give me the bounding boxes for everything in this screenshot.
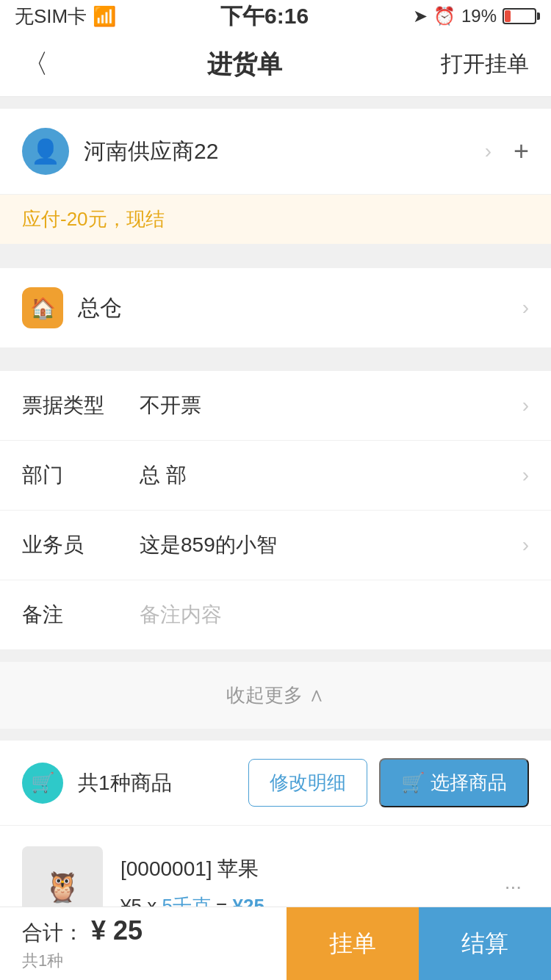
divider-3: [0, 729, 551, 741]
invoice-type-label: 票据类型: [22, 392, 140, 419]
status-left: 无SIM卡 📶: [15, 4, 116, 29]
divider-1: [0, 256, 551, 268]
remark-row[interactable]: 备注 备注内容: [0, 580, 551, 650]
remark-label: 备注: [22, 601, 140, 629]
product-count-label: 共1种商品: [78, 769, 248, 797]
select-product-button[interactable]: 🛒 选择商品: [379, 758, 529, 807]
department-row[interactable]: 部门 总 部 ›: [0, 441, 551, 511]
battery-fill: [505, 10, 511, 22]
collapse-row[interactable]: 收起更多 ∧: [0, 662, 551, 729]
warehouse-name: 总仓: [78, 293, 522, 323]
back-button[interactable]: 〈: [22, 46, 48, 82]
total-label: 合计：: [22, 919, 84, 947]
cart-icon: 🛒: [22, 763, 63, 804]
notice-bar: 应付-20元，现结: [0, 195, 551, 245]
remark-value: 备注内容: [140, 601, 529, 629]
status-bar: 无SIM卡 📶 下午6:16 ➤ ⏰ 19%: [0, 0, 551, 32]
product-header: 🛒 共1种商品 修改明细 🛒 选择商品: [0, 741, 551, 826]
invoice-type-value: 不开票: [140, 392, 522, 419]
product-more-button[interactable]: ···: [497, 868, 529, 906]
alarm-icon: ⏰: [433, 6, 455, 26]
salesperson-chevron-icon: ›: [522, 533, 529, 557]
add-supplier-button[interactable]: +: [514, 136, 529, 167]
warehouse-chevron-icon: ›: [522, 296, 529, 320]
select-product-label: 选择商品: [431, 770, 507, 796]
battery-percent: 19%: [461, 6, 497, 26]
invoice-type-row[interactable]: 票据类型 不开票 ›: [0, 371, 551, 441]
battery-icon: [503, 8, 536, 24]
total-section: 合计： ¥ 25 共1种: [0, 915, 287, 972]
salesperson-label: 业务员: [22, 531, 140, 559]
department-chevron-icon: ›: [522, 464, 529, 487]
status-time: 下午6:16: [220, 1, 309, 32]
notice-text: 应付-20元，现结: [22, 208, 165, 230]
wifi-icon: 📶: [93, 5, 116, 28]
select-cart-icon: 🛒: [401, 771, 425, 794]
status-right: ➤ ⏰ 19%: [413, 6, 536, 26]
department-value: 总 部: [140, 461, 522, 489]
department-label: 部门: [22, 461, 140, 489]
total-main: 合计： ¥ 25: [22, 915, 264, 947]
avatar-icon: 👤: [31, 137, 60, 165]
collapse-label: 收起更多 ∧: [226, 682, 324, 708]
nav-bar: 〈 进货单 打开挂单: [0, 32, 551, 97]
salesperson-value: 这是859的小智: [140, 531, 522, 559]
total-sub: 共1种: [22, 950, 264, 972]
supplier-row[interactable]: 👤 河南供应商22 › +: [0, 109, 551, 195]
checkout-button[interactable]: 结算: [419, 907, 551, 981]
warehouse-section: 🏠 总仓 ›: [0, 268, 551, 347]
home-icon: 🏠: [30, 296, 56, 320]
edit-detail-button[interactable]: 修改明细: [248, 759, 367, 807]
open-pending-button[interactable]: 打开挂单: [441, 49, 529, 79]
pending-button[interactable]: 挂单: [287, 907, 419, 981]
supplier-avatar: 👤: [22, 128, 69, 175]
warehouse-row[interactable]: 🏠 总仓 ›: [0, 268, 551, 347]
supplier-section: 👤 河南供应商22 › + 应付-20元，现结: [0, 109, 551, 245]
cart-icon-symbol: 🛒: [31, 771, 54, 794]
bottom-bar: 合计： ¥ 25 共1种 挂单 结算: [0, 907, 551, 980]
total-amount: ¥ 25: [91, 915, 143, 946]
salesperson-row[interactable]: 业务员 这是859的小智 ›: [0, 511, 551, 580]
location-icon: ➤: [413, 6, 428, 26]
form-section: 票据类型 不开票 › 部门 总 部 › 业务员 这是859的小智 › 备注 备注…: [0, 371, 551, 650]
page-title: 进货单: [207, 48, 282, 82]
warehouse-icon: 🏠: [22, 287, 63, 328]
invoice-type-chevron-icon: ›: [522, 394, 529, 417]
supplier-name: 河南供应商22: [84, 137, 485, 167]
divider-2: [0, 359, 551, 371]
product-name: [0000001] 苹果: [120, 855, 497, 883]
supplier-chevron-icon: ›: [485, 140, 491, 163]
owl-icon: 🦉: [44, 870, 81, 904]
divider-top: [0, 97, 551, 109]
carrier-label: 无SIM卡: [15, 4, 87, 29]
